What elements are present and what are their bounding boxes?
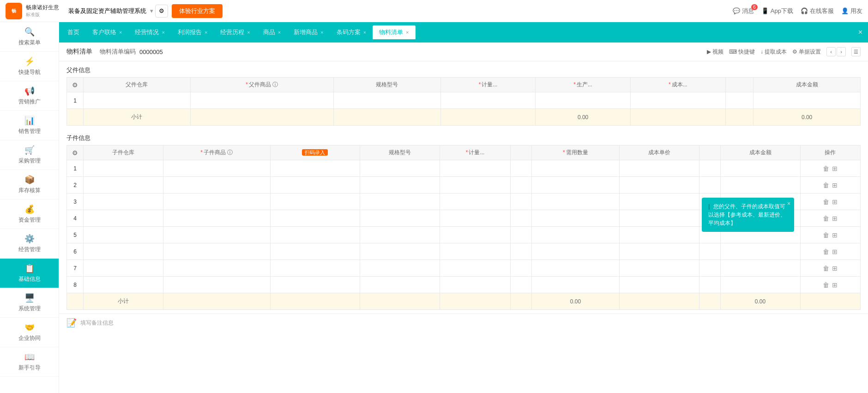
tab-home[interactable]: 首页 xyxy=(61,25,86,39)
child-warehouse-7[interactable] xyxy=(84,260,163,277)
child-warehouse-3[interactable] xyxy=(84,193,163,210)
sidebar-item-enterprise[interactable]: 🤝 企业协同 xyxy=(0,318,59,347)
sidebar-item-search[interactable]: 🔍 搜索菜单 xyxy=(0,22,59,52)
delete-row-4-icon[interactable]: 🗑 xyxy=(823,215,829,222)
sidebar-item-system[interactable]: 🖥️ 系统管理 xyxy=(0,288,59,318)
child-warehouse-2[interactable] xyxy=(84,177,163,193)
parent-unit-1[interactable] xyxy=(440,92,536,109)
parent-produce-1[interactable] xyxy=(536,92,631,109)
child-unit-1[interactable] xyxy=(440,160,511,177)
close-tab-ops-status[interactable]: × xyxy=(162,30,164,35)
child-spec-5[interactable] xyxy=(360,227,440,243)
child-spec-6[interactable] xyxy=(360,243,440,260)
close-tab-product[interactable]: × xyxy=(278,30,281,35)
view-toggle[interactable]: ☰ xyxy=(851,47,861,56)
delete-row-2-icon[interactable]: 🗑 xyxy=(823,181,829,189)
child-unit-cost-5[interactable] xyxy=(620,227,699,243)
sidebar-item-basic-info[interactable]: 📋 基础信息 xyxy=(0,259,59,288)
child-unit-6[interactable] xyxy=(440,243,511,260)
copy-row-4-icon[interactable]: ⊞ xyxy=(832,215,838,222)
parent-product-1[interactable] xyxy=(190,92,333,109)
tab-barcode[interactable]: 条码方案 × xyxy=(330,25,373,39)
single-settings-link[interactable]: ⚙ 单据设置 xyxy=(792,48,821,56)
child-qty-1[interactable] xyxy=(531,160,620,177)
delete-row-6-icon[interactable]: 🗑 xyxy=(823,248,829,255)
child-unit-7[interactable] xyxy=(440,260,511,277)
sidebar-item-marketing[interactable]: 📢 营销推广 xyxy=(0,81,59,111)
child-product-4[interactable] xyxy=(163,210,270,227)
child-unit-cost-7[interactable] xyxy=(620,260,699,277)
child-product-5[interactable] xyxy=(163,227,270,243)
tab-customer[interactable]: 客户联络 × xyxy=(86,25,128,39)
video-link[interactable]: ▶ 视频 xyxy=(707,48,723,56)
next-arrow[interactable]: › xyxy=(837,47,846,56)
sidebar-item-sales[interactable]: 📊 销售管理 xyxy=(0,111,59,140)
child-warehouse-8[interactable] xyxy=(84,277,163,293)
child-qty-3[interactable] xyxy=(531,193,620,210)
child-product-8[interactable] xyxy=(163,277,270,293)
copy-row-8-icon[interactable]: ⊞ xyxy=(832,281,838,289)
sidebar-item-purchase[interactable]: 🛒 采购管理 xyxy=(0,140,59,170)
child-unit-4[interactable] xyxy=(440,210,511,227)
child-col-settings[interactable]: ⚙ xyxy=(67,145,84,160)
close-tab-barcode[interactable]: × xyxy=(363,30,366,35)
delete-row-8-icon[interactable]: 🗑 xyxy=(823,281,829,289)
delete-row-1-icon[interactable]: 🗑 xyxy=(823,165,829,172)
child-spec-7[interactable] xyxy=(360,260,440,277)
child-unit-5[interactable] xyxy=(440,227,511,243)
child-warehouse-5[interactable] xyxy=(84,227,163,243)
copy-row-7-icon[interactable]: ⊞ xyxy=(832,265,838,272)
copy-row-1-icon[interactable]: ⊞ xyxy=(832,165,838,172)
child-unit-cost-8[interactable] xyxy=(620,277,699,293)
child-qty-7[interactable] xyxy=(531,260,620,277)
tab-profit-report[interactable]: 利润报告 × xyxy=(171,25,214,39)
message-button[interactable]: 💬 消息 6 xyxy=(733,7,754,15)
online-service-button[interactable]: 🎧 在线客服 xyxy=(801,7,834,15)
parent-cost-1[interactable] xyxy=(630,92,725,109)
user-menu[interactable]: 👤 用友 xyxy=(841,7,862,15)
close-all-tabs[interactable]: × xyxy=(855,26,866,38)
prev-arrow[interactable]: ‹ xyxy=(826,47,836,56)
close-tab-customer[interactable]: × xyxy=(119,30,122,35)
copy-row-5-icon[interactable]: ⊞ xyxy=(832,231,838,239)
child-unit-8[interactable] xyxy=(440,277,511,293)
delete-row-5-icon[interactable]: 🗑 xyxy=(823,231,829,239)
copy-row-3-icon[interactable]: ⊞ xyxy=(832,198,838,206)
child-product-2[interactable] xyxy=(163,177,270,193)
extract-cost-link[interactable]: ↓ 提取成本 xyxy=(760,48,787,56)
copy-row-2-icon[interactable]: ⊞ xyxy=(832,181,838,189)
child-warehouse-1[interactable] xyxy=(84,160,163,177)
tab-product[interactable]: 商品 × xyxy=(257,25,287,39)
child-unit-cost-2[interactable] xyxy=(620,177,699,193)
close-tab-new-product[interactable]: × xyxy=(320,30,323,35)
sidebar-item-guide[interactable]: 📖 新手引导 xyxy=(0,347,59,377)
child-spec-3[interactable] xyxy=(360,193,440,210)
child-unit-cost-1[interactable] xyxy=(620,160,699,177)
child-product-6[interactable] xyxy=(163,243,270,260)
child-spec-4[interactable] xyxy=(360,210,440,227)
parent-col-settings[interactable]: ⚙ xyxy=(67,78,84,92)
tab-new-product[interactable]: 新增商品 × xyxy=(287,25,330,39)
child-warehouse-4[interactable] xyxy=(84,210,163,227)
child-unit-2[interactable] xyxy=(440,177,511,193)
close-tab-profit[interactable]: × xyxy=(205,30,207,35)
child-product-7[interactable] xyxy=(163,260,270,277)
close-tab-ops-hist[interactable]: × xyxy=(247,30,250,35)
child-product-1[interactable] xyxy=(163,160,270,177)
tab-ops-history[interactable]: 经营历程 × xyxy=(214,25,256,39)
tooltip-close[interactable]: × xyxy=(787,200,790,208)
tab-operations-status[interactable]: 经营情况 × xyxy=(128,25,171,39)
sidebar-item-finance[interactable]: 💰 资金管理 xyxy=(0,200,59,229)
delete-row-7-icon[interactable]: 🗑 xyxy=(823,265,829,272)
gear-button[interactable]: ⚙ xyxy=(155,5,168,18)
close-tab-bom[interactable]: × xyxy=(406,30,409,35)
child-qty-4[interactable] xyxy=(531,210,620,227)
trial-button[interactable]: 体验行业方案 xyxy=(172,4,223,18)
child-unit-cost-6[interactable] xyxy=(620,243,699,260)
copy-row-6-icon[interactable]: ⊞ xyxy=(832,248,838,255)
sidebar-item-operations[interactable]: ⚙️ 经营管理 xyxy=(0,229,59,259)
child-spec-2[interactable] xyxy=(360,177,440,193)
child-spec-1[interactable] xyxy=(360,160,440,177)
parent-spec-1[interactable] xyxy=(333,92,440,109)
child-unit-cost-3[interactable] xyxy=(620,193,699,210)
